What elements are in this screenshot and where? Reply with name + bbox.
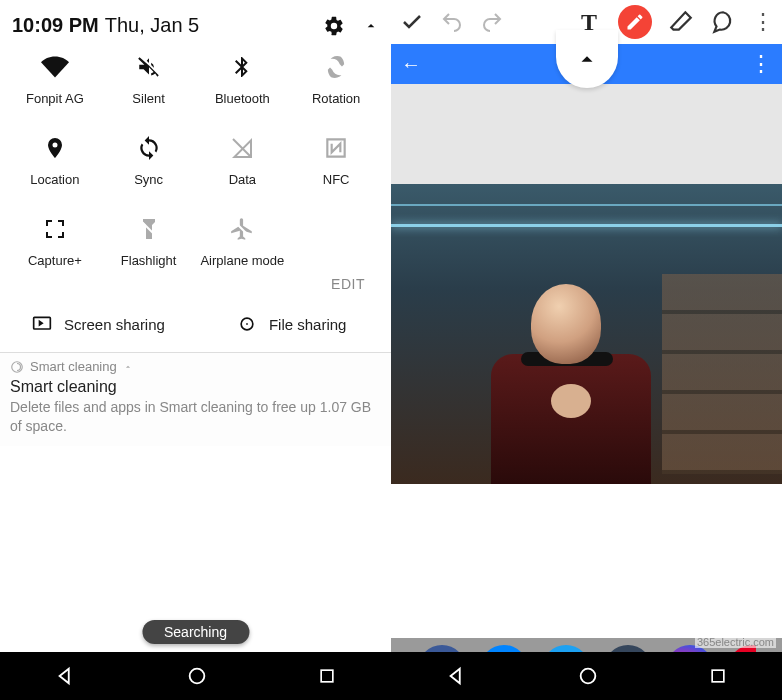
- content-area: [391, 84, 782, 638]
- android-navbar: [391, 652, 782, 700]
- data-icon: [228, 134, 256, 162]
- tile-capture[interactable]: Capture+: [8, 215, 102, 268]
- settings-gear-icon[interactable]: [323, 15, 345, 37]
- clock-time: 10:09 PM: [12, 14, 99, 37]
- right-screenshot: T ⋮ ← ⋮: [391, 0, 782, 700]
- notification-title: Smart cleaning: [10, 378, 381, 396]
- tile-airplane[interactable]: Airplane mode: [196, 215, 290, 268]
- svg-rect-10: [712, 670, 724, 682]
- nav-recents-button[interactable]: [708, 666, 728, 686]
- nav-home-button[interactable]: [186, 665, 208, 687]
- tile-sync[interactable]: Sync: [102, 134, 196, 187]
- toolbar-more-icon[interactable]: ⋮: [752, 9, 774, 35]
- tile-wifi[interactable]: Fonpit AG: [8, 53, 102, 106]
- tile-label: Location: [30, 172, 79, 187]
- crop-tool-icon[interactable]: [710, 9, 736, 35]
- tile-nfc[interactable]: NFC: [289, 134, 383, 187]
- watermark: 365electric.com: [695, 636, 776, 648]
- nav-back-button[interactable]: [446, 665, 468, 687]
- notification-app-name: Smart cleaning: [30, 359, 117, 374]
- edit-button[interactable]: EDIT: [0, 268, 391, 298]
- capture-icon: [41, 215, 69, 243]
- undo-icon[interactable]: [439, 9, 465, 35]
- chevron-up-icon: [576, 48, 598, 70]
- tile-label: NFC: [323, 172, 350, 187]
- chevron-up-icon: [123, 362, 133, 372]
- nfc-icon: [322, 134, 350, 162]
- eraser-tool-icon[interactable]: [668, 9, 694, 35]
- tile-label: Silent: [132, 91, 165, 106]
- browser-more-icon[interactable]: ⋮: [750, 51, 772, 77]
- airplane-icon: [228, 215, 256, 243]
- tile-label: Flashlight: [121, 253, 177, 268]
- sharing-row: Screen sharing File sharing: [0, 298, 391, 352]
- notification-body: Delete files and apps in Smart cleaning …: [10, 398, 381, 436]
- left-screenshot: 10:09 PM Thu, Jan 5 Fonpit AG Silent: [0, 0, 391, 700]
- clock-date: Thu, Jan 5: [105, 14, 200, 37]
- content-padding: [391, 84, 782, 184]
- photo-meme: [391, 184, 782, 484]
- screen-sharing-label: Screen sharing: [64, 316, 165, 333]
- location-icon: [41, 134, 69, 162]
- svg-point-4: [189, 669, 204, 684]
- pen-tool-selected[interactable]: [618, 5, 652, 39]
- redo-icon[interactable]: [479, 9, 505, 35]
- tile-label: Sync: [134, 172, 163, 187]
- svg-rect-5: [321, 670, 333, 682]
- tile-label: Fonpit AG: [26, 91, 84, 106]
- tile-label: Rotation: [312, 91, 360, 106]
- silent-icon: [135, 53, 163, 81]
- notification-app-row: Smart cleaning: [10, 359, 381, 374]
- android-navbar: [0, 652, 391, 700]
- collapse-caret-icon[interactable]: [363, 18, 379, 34]
- tile-label: Airplane mode: [200, 253, 284, 268]
- svg-point-9: [580, 669, 595, 684]
- screen-sharing-button[interactable]: Screen sharing: [30, 314, 165, 334]
- nav-recents-button[interactable]: [317, 666, 337, 686]
- nav-back-button[interactable]: [55, 665, 77, 687]
- file-sharing-button[interactable]: File sharing: [235, 314, 347, 334]
- tile-silent[interactable]: Silent: [102, 53, 196, 106]
- tile-location[interactable]: Location: [8, 134, 102, 187]
- tile-bluetooth[interactable]: Bluetooth: [196, 53, 290, 106]
- tile-rotation[interactable]: Rotation: [289, 53, 383, 106]
- wifi-icon: [41, 53, 69, 81]
- notification-card[interactable]: Smart cleaning Smart cleaning Delete fil…: [0, 352, 391, 446]
- nav-home-button[interactable]: [577, 665, 599, 687]
- quicksettings-header: 10:09 PM Thu, Jan 5: [0, 0, 391, 43]
- confirm-check-icon[interactable]: [399, 9, 425, 35]
- bluetooth-icon: [228, 53, 256, 81]
- browser-back-icon[interactable]: ←: [401, 53, 421, 76]
- tile-label: Capture+: [28, 253, 82, 268]
- sync-icon: [135, 134, 163, 162]
- smart-cleaning-icon: [10, 360, 24, 374]
- tile-label: Data: [229, 172, 256, 187]
- quicksettings-grid: Fonpit AG Silent Bluetooth Rotation Loca…: [0, 43, 391, 268]
- flashlight-icon: [135, 215, 163, 243]
- file-sharing-icon: [235, 314, 259, 334]
- tile-label: Bluetooth: [215, 91, 270, 106]
- tile-data[interactable]: Data: [196, 134, 290, 187]
- screen-sharing-icon: [30, 314, 54, 334]
- file-sharing-label: File sharing: [269, 316, 347, 333]
- tile-flashlight[interactable]: Flashlight: [102, 215, 196, 268]
- searching-toast: Searching: [142, 620, 249, 644]
- rotation-icon: [322, 53, 350, 81]
